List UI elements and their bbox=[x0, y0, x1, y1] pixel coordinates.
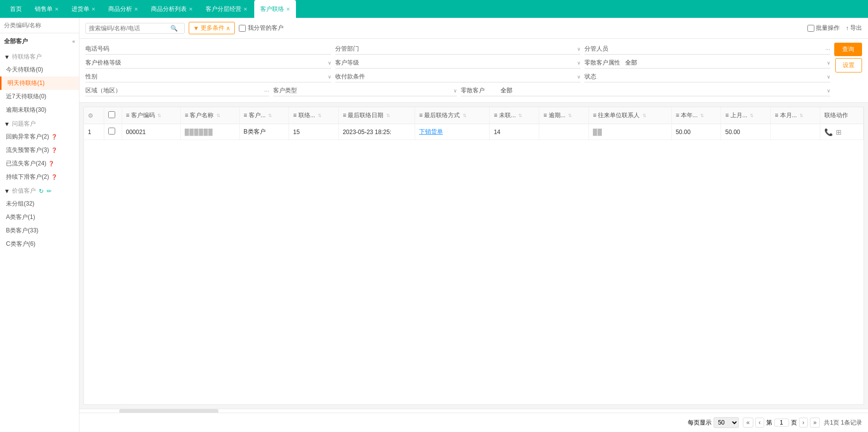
th-last-method: ≡ 最后联络方式 ⇅ bbox=[415, 107, 490, 124]
manager-ellipsis[interactable]: ··· bbox=[825, 46, 830, 53]
grid-action-icon[interactable]: ⊞ bbox=[836, 128, 842, 136]
help-icon-1[interactable]: ❓ bbox=[51, 147, 57, 153]
page-number-input[interactable] bbox=[774, 419, 789, 427]
sidebar-item-today[interactable]: 今天待联络(0) bbox=[0, 63, 79, 76]
filter-retail-customer[interactable]: 零散客户 全部 ∨ bbox=[461, 86, 830, 96]
sidebar-item-repurchase-abnormal[interactable]: 回购异常客户(2) ❓ bbox=[0, 130, 79, 144]
sidebar-item-ungrouped[interactable]: 未分组(32) bbox=[0, 197, 79, 211]
nav-customer-tier[interactable]: 客户分层经营 ✕ bbox=[200, 0, 253, 18]
sidebar-item-churned[interactable]: 已流失客户(24) ❓ bbox=[0, 157, 79, 170]
sidebar-item-declining[interactable]: 持续下滑客户(2) ❓ bbox=[0, 170, 79, 184]
cell-uncontacted: 14 bbox=[490, 124, 539, 140]
filter-retail-attr[interactable]: 零散客户属性 全部 ∨ bbox=[584, 59, 830, 69]
sidebar-item-class-a[interactable]: A类客户(1) bbox=[0, 211, 79, 224]
nav-analysis-table-close[interactable]: ✕ bbox=[189, 6, 193, 12]
my-customers-checkbox[interactable]: 我分管的客户 bbox=[239, 24, 284, 32]
first-page-btn[interactable]: « bbox=[743, 418, 753, 428]
search-toolbar: 🔍 ▼ 更多条件 ∧ 我分管的客户 批量操作 ↑ 导出 bbox=[79, 18, 868, 39]
sort-this-year-icon[interactable]: ⇅ bbox=[700, 113, 704, 118]
sidebar-item-overdue[interactable]: 逾期未联络(30) bbox=[0, 103, 79, 117]
nav-customer-contact[interactable]: 客户联络 ✕ bbox=[254, 0, 296, 18]
value-section-title: ▼ 价值客户 ↻ ✏ bbox=[0, 184, 79, 197]
per-page-select[interactable]: 50 100 bbox=[714, 417, 739, 428]
nav-sales-close[interactable]: ✕ bbox=[55, 6, 59, 12]
select-all-checkbox[interactable] bbox=[108, 111, 115, 118]
next-page-btn[interactable]: › bbox=[799, 418, 808, 428]
sidebar-item-churn-warning[interactable]: 流失预警客户(3) ❓ bbox=[0, 144, 79, 157]
table-row: 1 000021 ██████ B类客户 15 2023-05-23 18:25… bbox=[84, 124, 864, 140]
help-icon-2[interactable]: ❓ bbox=[48, 161, 54, 166]
th-overdue: ≡ 逾期... ⇅ bbox=[539, 107, 589, 124]
prev-page-btn[interactable]: ‹ bbox=[755, 418, 764, 428]
collapse-icon[interactable]: « bbox=[72, 39, 75, 44]
export-btn[interactable]: ↑ 导出 bbox=[846, 24, 862, 32]
filter-payment[interactable]: 收付款条件 ∨ bbox=[335, 72, 581, 82]
last-page-btn[interactable]: » bbox=[810, 418, 820, 428]
refresh-icon[interactable]: ↻ bbox=[39, 188, 44, 195]
triangle-value: ▼ bbox=[4, 188, 10, 195]
filter-customer-level[interactable]: 客户等级 ∨ bbox=[335, 59, 581, 69]
sidebar-item-tomorrow[interactable]: 明天待联络(1) bbox=[0, 76, 79, 90]
filter-row-4: 区域（地区） ··· 客户类型 ∨ 零散客户 全部 bbox=[85, 84, 830, 98]
search-input[interactable] bbox=[89, 25, 168, 32]
sort-last-date-icon[interactable]: ⇅ bbox=[386, 113, 390, 118]
settings-button[interactable]: 设置 bbox=[835, 58, 862, 72]
page-info: 第 页 bbox=[766, 419, 797, 427]
sort-unit-contact-icon[interactable]: ⇅ bbox=[643, 113, 647, 118]
sidebar: 🔍 全部客户 « ▼ 待联络客户 今天待联络(0) 明天待联络(1) 近7天待联… bbox=[0, 18, 79, 432]
top-navigation: 首页 销售单 ✕ 进货单 ✕ 商品分析 ✕ 商品分析列表 ✕ 客户分层经营 ✕ … bbox=[0, 0, 868, 18]
sort-last-method-icon[interactable]: ⇅ bbox=[463, 113, 467, 118]
sidebar-item-7days[interactable]: 近7天待联络(0) bbox=[0, 90, 79, 103]
sort-name-icon[interactable]: ⇅ bbox=[217, 113, 220, 118]
filter-phone: 电话号码 bbox=[85, 45, 331, 55]
filter-gender[interactable]: 性别 ∨ bbox=[85, 72, 331, 82]
gear-icon[interactable]: ⚙ bbox=[88, 112, 93, 119]
sidebar-item-class-c[interactable]: C类客户(6) bbox=[0, 237, 79, 251]
help-icon-0[interactable]: ❓ bbox=[51, 134, 57, 140]
nav-customer-tier-close[interactable]: ✕ bbox=[243, 6, 247, 12]
filter-dept[interactable]: 分管部门 ∨ bbox=[335, 45, 581, 55]
filter-status[interactable]: 状态 ∨ bbox=[584, 72, 830, 82]
filter-customer-type[interactable]: 客户类型 ∨ bbox=[273, 86, 457, 96]
my-customers-check[interactable] bbox=[239, 25, 246, 32]
sort-contact-count-icon[interactable]: ⇅ bbox=[318, 113, 322, 118]
filter-price-level[interactable]: 客户价格等级 ∨ bbox=[85, 59, 331, 69]
row-checkbox-0[interactable] bbox=[108, 128, 115, 135]
nav-analysis-close[interactable]: ✕ bbox=[134, 6, 138, 12]
sort-level-icon[interactable]: ⇅ bbox=[268, 113, 272, 118]
more-conditions-btn[interactable]: ▼ 更多条件 ∧ bbox=[189, 22, 235, 34]
nav-analysis-table[interactable]: 商品分析列表 ✕ bbox=[145, 0, 199, 18]
query-button[interactable]: 查询 bbox=[834, 43, 862, 56]
sort-overdue-icon[interactable]: ⇅ bbox=[568, 113, 572, 118]
search-icon[interactable]: 🔍 bbox=[170, 25, 178, 32]
nav-purchase-close[interactable]: ✕ bbox=[91, 6, 95, 12]
phone-action-icon[interactable]: 📞 bbox=[824, 128, 833, 136]
price-level-chevron: ∨ bbox=[328, 60, 331, 66]
cell-checkbox bbox=[104, 124, 122, 140]
cell-name: ██████ bbox=[181, 124, 240, 140]
sidebar-item-class-b[interactable]: B类客户(33) bbox=[0, 224, 79, 237]
help-icon-3[interactable]: ❓ bbox=[51, 174, 57, 180]
nav-home[interactable]: 首页 bbox=[4, 0, 28, 18]
sort-last-month-icon[interactable]: ⇅ bbox=[750, 113, 754, 118]
retail-customer-chevron: ∨ bbox=[827, 88, 830, 93]
nav-customer-contact-close[interactable]: ✕ bbox=[286, 6, 290, 12]
batch-check[interactable] bbox=[807, 25, 814, 32]
sort-uncontacted-icon[interactable]: ⇅ bbox=[518, 113, 522, 118]
search-input-wrap[interactable]: 🔍 bbox=[85, 23, 185, 34]
sort-this-month-icon[interactable]: ⇅ bbox=[799, 113, 803, 118]
sidebar-search-input[interactable] bbox=[4, 22, 78, 29]
content-area: 🔍 ▼ 更多条件 ∧ 我分管的客户 批量操作 ↑ 导出 bbox=[79, 18, 868, 432]
edit-icon[interactable]: ✏ bbox=[47, 188, 52, 195]
horizontal-scrollbar[interactable] bbox=[79, 409, 868, 413]
nav-analysis[interactable]: 商品分析 ✕ bbox=[102, 0, 144, 18]
filter-phone-input[interactable] bbox=[122, 46, 331, 53]
per-page-selector: 每页显示 50 100 bbox=[688, 417, 739, 428]
nav-purchase[interactable]: 进货单 ✕ bbox=[66, 0, 101, 18]
sort-code-icon[interactable]: ⇅ bbox=[157, 113, 161, 118]
batch-action-btn[interactable]: 批量操作 bbox=[807, 24, 840, 32]
nav-sales[interactable]: 销售单 ✕ bbox=[29, 0, 65, 18]
last-method-link[interactable]: 下销货单 bbox=[419, 128, 443, 135]
sidebar-all-customers[interactable]: 全部客户 « bbox=[0, 33, 79, 50]
area-ellipsis[interactable]: ··· bbox=[264, 87, 269, 94]
